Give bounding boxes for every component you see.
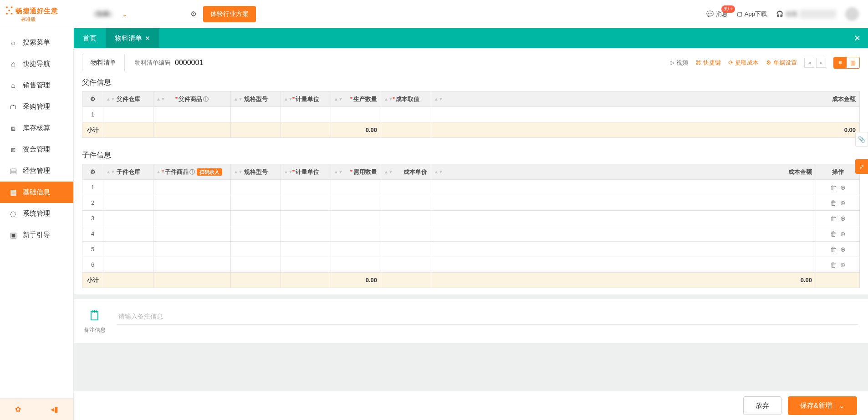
table-row[interactable]: 3🗑⊕ bbox=[82, 211, 860, 226]
tabstrip-close-all[interactable]: ✕ bbox=[847, 28, 868, 48]
tab-0[interactable]: 首页 bbox=[74, 28, 106, 48]
add-row-icon[interactable]: ⊕ bbox=[840, 246, 846, 253]
online-label: 在线 bbox=[786, 10, 797, 18]
org-settings-icon[interactable]: ⚙ bbox=[190, 10, 197, 18]
parent-col-uom[interactable]: ▲▼*计量单位 bbox=[281, 91, 331, 107]
expand-floater[interactable]: ⤢ bbox=[855, 159, 868, 174]
add-row-icon[interactable]: ⊕ bbox=[840, 261, 846, 268]
child-col-warehouse[interactable]: ▲▼子件仓库 bbox=[103, 164, 153, 180]
avatar[interactable] bbox=[845, 7, 859, 21]
brand: ⵘ 畅捷通好生意 标准版 bbox=[5, 5, 79, 23]
sidebar-item-2[interactable]: ⌂销售管理 bbox=[0, 75, 73, 96]
app-download-link[interactable]: ▢ App下载 bbox=[737, 10, 767, 18]
sidebar-item-label: 经营管理 bbox=[23, 167, 50, 175]
online-status[interactable]: 🎧 在线 bbox=[776, 10, 836, 19]
brand-title: 畅捷通好生意 bbox=[15, 7, 58, 15]
scan-entry-tag[interactable]: 扫码录入 bbox=[197, 168, 222, 176]
user-info-blurred bbox=[800, 10, 836, 19]
child-col-uom[interactable]: ▲▼*计量单位 bbox=[281, 164, 331, 180]
view-list-button[interactable]: ≡ bbox=[834, 57, 847, 68]
child-col-op: 操作 bbox=[816, 164, 860, 180]
attachment-floater[interactable]: 📎 bbox=[855, 132, 868, 147]
view-card-button[interactable]: ▥ bbox=[847, 57, 859, 68]
sidebar-item-9[interactable]: ▣新手引导 bbox=[0, 224, 73, 246]
table-row[interactable]: 1 bbox=[82, 107, 860, 122]
child-col-spec[interactable]: ▲▼规格型号 bbox=[231, 164, 281, 180]
sidebar-item-label: 新手引导 bbox=[23, 231, 50, 239]
sidebar-item-8[interactable]: ◌系统管理 bbox=[0, 203, 73, 224]
parent-col-warehouse[interactable]: ▲▼父件仓库 bbox=[103, 91, 153, 107]
discard-button[interactable]: 放弃 bbox=[743, 396, 781, 415]
add-row-icon[interactable]: ⊕ bbox=[840, 230, 846, 238]
child-col-costamt[interactable]: ▲▼成本金额 bbox=[431, 164, 816, 180]
page-inner-tab[interactable]: 物料清单 bbox=[82, 54, 125, 71]
sidebar-item-0[interactable]: ⌕搜索菜单 bbox=[0, 32, 73, 53]
parent-grid: ⚙ ▲▼父件仓库 ▲▼*父件商品ⓘ ▲▼规格型号 ▲▼*计量单位 ▲▼*生产数量… bbox=[82, 91, 860, 138]
table-row[interactable]: 6🗑⊕ bbox=[82, 257, 860, 273]
table-row[interactable]: 1🗑⊕ bbox=[82, 180, 860, 195]
child-col-product[interactable]: ▲▼*子件商品ⓘ扫码录入 bbox=[153, 164, 231, 180]
sidebar-settings-icon[interactable]: ✿ bbox=[15, 405, 21, 414]
delete-row-icon[interactable]: 🗑 bbox=[830, 215, 837, 222]
save-and-new-button[interactable]: 保存&新增 ⌄ bbox=[788, 396, 857, 415]
table-row[interactable]: 4🗑⊕ bbox=[82, 226, 860, 242]
tab-1[interactable]: 物料清单✕ bbox=[106, 28, 159, 48]
doc-setting-link[interactable]: ⚙ 单据设置 bbox=[766, 59, 797, 67]
child-col-gear[interactable]: ⚙ bbox=[82, 164, 103, 180]
table-row[interactable]: 5🗑⊕ bbox=[82, 242, 860, 257]
child-col-qty[interactable]: ▲▼*需用数量 bbox=[331, 164, 381, 180]
parent-col-qty[interactable]: ▲▼*生产数量 bbox=[331, 91, 381, 107]
prev-doc-button[interactable]: ◂ bbox=[804, 58, 814, 68]
parent-col-product[interactable]: ▲▼*父件商品ⓘ bbox=[153, 91, 231, 107]
delete-row-icon[interactable]: 🗑 bbox=[830, 261, 837, 268]
sidebar-item-icon: ◌ bbox=[9, 209, 17, 218]
sidebar-item-5[interactable]: ⧇资金管理 bbox=[0, 139, 73, 160]
help-icon[interactable]: ⓘ bbox=[189, 169, 195, 175]
parent-section-title: 父件信息 bbox=[74, 71, 868, 91]
trial-industry-button[interactable]: 体验行业方案 bbox=[203, 6, 256, 22]
next-doc-button[interactable]: ▸ bbox=[816, 58, 826, 68]
brand-edition: 标准版 bbox=[21, 16, 36, 23]
sidebar-item-7[interactable]: ▦基础信息 bbox=[0, 182, 73, 203]
table-row[interactable]: 2🗑⊕ bbox=[82, 195, 860, 211]
org-selector[interactable]: （隐藏） ⌄ bbox=[90, 10, 190, 18]
parent-col-gear[interactable]: ⚙ bbox=[82, 91, 103, 107]
extract-cost-link[interactable]: ⟳ 提取成本 bbox=[728, 59, 759, 67]
sidebar-item-icon: ▤ bbox=[9, 167, 17, 175]
keyboard-icon: ⌘ bbox=[695, 59, 701, 66]
sidebar-item-3[interactable]: 🗀采购管理 bbox=[0, 96, 73, 117]
delete-row-icon[interactable]: 🗑 bbox=[830, 246, 837, 253]
app-download-label: App下载 bbox=[745, 10, 767, 18]
parent-subtotal-row: 小计0.000.00 bbox=[82, 122, 860, 138]
remark-input[interactable] bbox=[117, 308, 858, 325]
delete-row-icon[interactable]: 🗑 bbox=[830, 184, 837, 191]
page-nav: ◂ ▸ bbox=[804, 58, 826, 68]
help-icon[interactable]: ⓘ bbox=[203, 96, 209, 102]
shortcut-link[interactable]: ⌘ 快捷键 bbox=[695, 59, 721, 67]
add-row-icon[interactable]: ⊕ bbox=[840, 184, 846, 191]
chevron-down-icon: ⌄ bbox=[835, 402, 845, 410]
video-label: 视频 bbox=[676, 59, 688, 67]
parent-col-spec[interactable]: ▲▼规格型号 bbox=[231, 91, 281, 107]
parent-col-costamt[interactable]: ▲▼成本金额 bbox=[431, 91, 860, 107]
headset-icon: 🎧 bbox=[776, 10, 783, 17]
sidebar-collapse-icon[interactable]: ◂▮ bbox=[51, 405, 58, 414]
messages-link[interactable]: 💬 消息 99 + bbox=[706, 10, 728, 18]
close-icon[interactable]: ✕ bbox=[145, 35, 150, 42]
delete-row-icon[interactable]: 🗑 bbox=[830, 199, 837, 207]
topbar: ⵘ 畅捷通好生意 标准版 （隐藏） ⌄ ⚙ 体验行业方案 💬 消息 99 + ▢… bbox=[0, 0, 868, 28]
sidebar-item-6[interactable]: ▤经营管理 bbox=[0, 160, 73, 182]
delete-row-icon[interactable]: 🗑 bbox=[830, 230, 837, 238]
parent-col-costmode[interactable]: ▲▼*成本取值 bbox=[381, 91, 431, 107]
add-row-icon[interactable]: ⊕ bbox=[840, 199, 846, 207]
add-row-icon[interactable]: ⊕ bbox=[840, 215, 846, 222]
remark-label: 备注信息 bbox=[84, 326, 106, 334]
org-name: （隐藏） bbox=[90, 10, 116, 18]
sidebar-item-label: 库存核算 bbox=[23, 124, 50, 132]
page-scroll[interactable]: 物料清单 物料清单编码 0000001 ▷ 视频 ⌘ 快捷键 ⟳ bbox=[74, 48, 868, 420]
chat-icon: 💬 bbox=[706, 10, 714, 17]
sidebar-item-4[interactable]: ⧈库存核算 bbox=[0, 117, 73, 139]
child-col-unitcost[interactable]: ▲▼成本单价 bbox=[381, 164, 431, 180]
sidebar-item-1[interactable]: ⌂快捷导航 bbox=[0, 53, 73, 75]
video-link[interactable]: ▷ 视频 bbox=[670, 59, 688, 67]
